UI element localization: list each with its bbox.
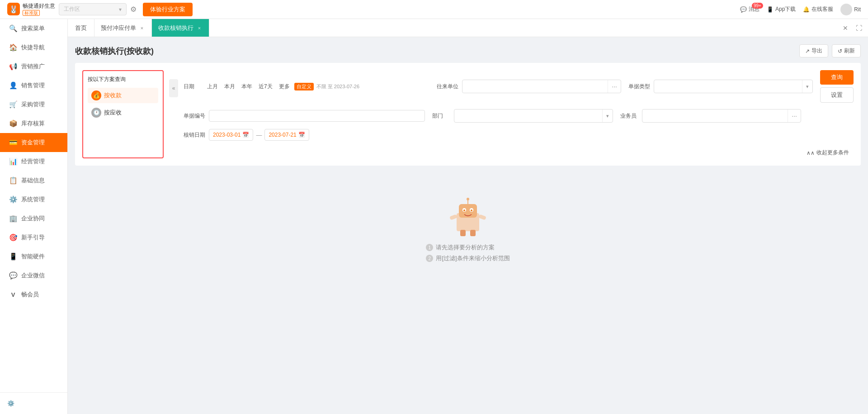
user-area[interactable]: Rit xyxy=(840,4,861,15)
collapse-btn[interactable]: « xyxy=(169,79,178,97)
export-icon: ↗ xyxy=(805,48,810,54)
department-arrow[interactable]: ▾ xyxy=(602,109,613,122)
phone-icon: 📱 xyxy=(767,6,774,13)
form-row-1: 日期 上月 本月 本年 近7天 更多 自定义 不限 至 2023-07-26 xyxy=(184,70,854,103)
doc-type-label: 单据类型 xyxy=(628,83,650,90)
date-range-separator: — xyxy=(256,132,262,138)
sidebar-item-system[interactable]: ⚙️ 系统管理 xyxy=(0,190,67,209)
sidebar-item-label: 快捷导航 xyxy=(21,43,45,52)
quick-nav-icon: 🏠 xyxy=(9,43,18,52)
sidebar-item-beginner[interactable]: 🎯 新手引导 xyxy=(0,228,67,247)
export-label: 导出 xyxy=(811,47,822,55)
wechat-icon: 💬 xyxy=(9,271,18,280)
empty-illustration xyxy=(445,193,491,238)
sidebar-item-label: 经营管理 xyxy=(21,157,45,166)
sidebar-item-marketing[interactable]: 📢 营销推广 xyxy=(0,57,67,76)
sidebar-settings-btn[interactable]: ⚙️ xyxy=(0,396,67,410)
sidebar-item-label: 营销推广 xyxy=(21,62,45,71)
sidebar-item-inventory[interactable]: 📦 库存核算 xyxy=(0,114,67,133)
tab-home[interactable]: 首页 xyxy=(68,19,94,37)
filter-option-by-receipt[interactable]: 💰 按收款 xyxy=(88,88,158,103)
sidebar-item-operations[interactable]: 📊 经营管理 xyxy=(0,152,67,171)
tab-receipt-writeoff-close[interactable]: × xyxy=(196,25,203,31)
gear-icon[interactable]: ⚙ xyxy=(130,5,137,14)
tab-prepay-close[interactable]: × xyxy=(139,25,145,31)
tab-prepay-label: 预付冲应付单 xyxy=(101,24,136,32)
date-more[interactable]: 更多 xyxy=(277,82,292,91)
sidebar-item-enterprise[interactable]: 🏢 企业协同 xyxy=(0,209,67,228)
doc-number-input[interactable] xyxy=(209,110,425,122)
counterpart-select[interactable]: ··· xyxy=(462,80,621,93)
salesperson-select[interactable]: ··· xyxy=(642,109,801,123)
settings-icon: ⚙️ xyxy=(7,400,14,407)
brand: 🐰 畅捷通好生意 标准版 xyxy=(7,3,55,16)
tab-prepay[interactable]: 预付冲应付单 × xyxy=(94,19,152,37)
export-btn[interactable]: ↗ 导出 xyxy=(799,44,828,57)
tab-maximize-btn[interactable]: ⛶ xyxy=(853,22,865,34)
writeoff-date-start[interactable]: 2023-03-01 📅 xyxy=(209,129,253,141)
brand-tag: 标准版 xyxy=(23,10,40,16)
query-btn[interactable]: 查询 xyxy=(820,70,854,85)
top-right: 💬 消息 99+ 📱 App下载 🔔 在线客服 Rit xyxy=(740,4,861,15)
sidebar-item-membership[interactable]: V 畅会员 xyxy=(0,285,67,304)
online-service-btn[interactable]: 🔔 在线客服 xyxy=(803,5,833,13)
workspace-name: 工作区 xyxy=(64,5,80,13)
refresh-btn[interactable]: ↺ 刷新 xyxy=(832,44,861,57)
query-actions: 查询 设置 xyxy=(820,70,854,103)
doc-number-field: 单据编号 xyxy=(184,110,425,122)
sidebar-item-smart-hardware[interactable]: 📱 智能硬件 xyxy=(0,247,67,266)
basic-info-icon: 📋 xyxy=(9,176,18,185)
date-this-year[interactable]: 本年 xyxy=(240,82,254,91)
sidebar-item-basic-info[interactable]: 📋 基础信息 xyxy=(0,171,67,190)
salesperson-label: 业务员 xyxy=(620,112,638,120)
top-bar-left: 🐰 畅捷通好生意 标准版 工作区 ▾ ⚙ 体验行业方案 xyxy=(7,3,736,16)
date-this-month[interactable]: 本月 xyxy=(222,82,237,91)
sidebar-item-search-menu[interactable]: 🔍 搜索菜单 xyxy=(0,19,67,38)
settings-btn[interactable]: 设置 xyxy=(820,87,854,103)
sidebar-item-sales[interactable]: 👤 销售管理 xyxy=(0,76,67,95)
sidebar-item-quick-nav[interactable]: 🏠 快捷导航 xyxy=(0,38,67,57)
app-download-label: App下载 xyxy=(775,5,796,13)
salesperson-field: 业务员 ··· xyxy=(620,109,801,123)
date-shortcuts: 上月 本月 本年 近7天 更多 自定义 不限 至 2023-07-26 xyxy=(205,82,429,91)
sales-icon: 👤 xyxy=(9,81,18,90)
date-label: 日期 xyxy=(184,83,202,90)
svg-rect-10 xyxy=(460,230,466,236)
writeoff-date-end[interactable]: 2023-07-21 📅 xyxy=(264,129,309,141)
date-7days[interactable]: 近7天 xyxy=(257,82,274,91)
salesperson-dots[interactable]: ··· xyxy=(788,109,801,122)
counterpart-label: 往来单位 xyxy=(437,83,458,90)
tab-home-label: 首页 xyxy=(75,24,87,32)
main-layout: 🔍 搜索菜单 🏠 快捷导航 📢 营销推广 👤 销售管理 🛒 采购管理 📦 库存核… xyxy=(0,19,868,414)
tab-close-btn[interactable]: ✕ xyxy=(839,22,852,34)
writeoff-date-range: 2023-03-01 📅 — 2023-07-21 📅 xyxy=(209,129,309,141)
department-select[interactable]: ▾ xyxy=(454,109,613,123)
sidebar: 🔍 搜索菜单 🏠 快捷导航 📢 营销推广 👤 销售管理 🛒 采购管理 📦 库存核… xyxy=(0,19,68,414)
industry-btn[interactable]: 体验行业方案 xyxy=(143,3,193,16)
filter-option-icon-receipt: 💰 xyxy=(91,90,101,100)
collapse-icon: « xyxy=(172,85,175,91)
tab-receipt-writeoff[interactable]: 收款核销执行 × xyxy=(152,19,209,37)
more-conditions-btn[interactable]: ∧∧ 收起更多条件 xyxy=(184,147,854,158)
message-icon: 💬 xyxy=(740,6,747,13)
date-custom-badge[interactable]: 自定义 xyxy=(294,83,314,90)
sidebar-item-wechat[interactable]: 💬 企业微信 xyxy=(0,266,67,285)
filter-option-label-receivable: 按应收 xyxy=(104,109,122,117)
date-last-month[interactable]: 上月 xyxy=(205,82,220,91)
counterpart-dots[interactable]: ··· xyxy=(608,80,621,93)
workspace-chevron: ▾ xyxy=(119,6,122,13)
content-area: 首页 预付冲应付单 × 收款核销执行 × ✕ ⛶ 收款核销执行(按收款) xyxy=(68,19,868,414)
tab-bar: 首页 预付冲应付单 × 收款核销执行 × ✕ ⛶ xyxy=(68,19,868,37)
filter-option-by-receivable[interactable]: 🕐 按应收 xyxy=(88,105,158,120)
sidebar-item-purchase[interactable]: 🛒 采购管理 xyxy=(0,95,67,114)
sidebar-item-label: 企业微信 xyxy=(21,271,45,280)
doc-type-select[interactable]: ▾ xyxy=(654,80,813,93)
sidebar-item-finance[interactable]: 💳 资金管理 xyxy=(0,133,67,152)
brand-icon: 🐰 xyxy=(9,5,18,14)
doc-type-arrow[interactable]: ▾ xyxy=(802,80,812,93)
message-btn[interactable]: 💬 消息 99+ xyxy=(740,5,760,13)
filter-option-label-receipt: 按收款 xyxy=(104,91,122,100)
query-form: 日期 上月 本月 本年 近7天 更多 自定义 不限 至 2023-07-26 xyxy=(184,70,854,158)
app-download-btn[interactable]: 📱 App下载 xyxy=(767,5,796,13)
workspace-selector[interactable]: 工作区 ▾ xyxy=(59,3,127,15)
